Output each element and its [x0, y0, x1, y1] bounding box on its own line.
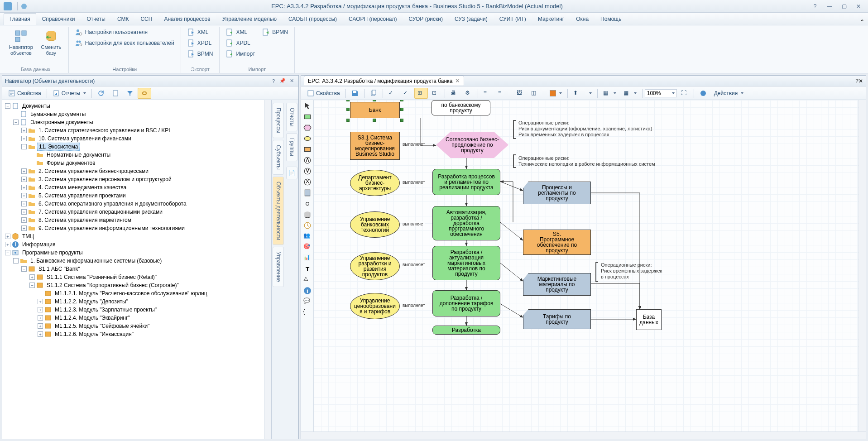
nav-up-button[interactable]: ⬆ [570, 88, 584, 99]
shape-g4[interactable]: Разработка / дополнение тарифов по проду… [432, 290, 500, 316]
shape-product[interactable]: по банковскому продукту [432, 100, 490, 115]
tab-refs[interactable]: Справочники [36, 13, 81, 25]
fit-button[interactable]: ⛶ [678, 88, 691, 99]
shape-db[interactable]: База данных [636, 309, 662, 330]
tab-marketing[interactable]: Маркетинг [532, 13, 570, 25]
canvas-vscroll[interactable] [858, 100, 866, 431]
tab-analysis[interactable]: Анализ процессов [158, 13, 216, 25]
copy-button[interactable] [367, 88, 380, 99]
properties-button[interactable]: Свойства [5, 88, 44, 99]
save-button[interactable] [348, 88, 362, 99]
db-tool-icon[interactable] [303, 211, 312, 219]
properties-button[interactable]: Свойства [304, 88, 343, 99]
shape-dep[interactable]: Департамент бизнес- архитектуры [350, 170, 400, 196]
vtab-groups[interactable]: Группы [286, 133, 297, 161]
layer2-button[interactable]: ▦ [620, 88, 640, 99]
tab-ssp[interactable]: ССП [134, 13, 158, 25]
comment-tool-icon[interactable]: 💬 [303, 297, 312, 306]
maximize-button[interactable]: ▢ [838, 2, 850, 10]
export-xml-button[interactable]: XML [185, 27, 216, 37]
vtab-control[interactable]: Управление [273, 247, 284, 287]
shape-hexagon[interactable]: Согласовано бизнес- предложение по проду… [436, 132, 508, 158]
reports-dropdown[interactable]: Отчеты [49, 88, 89, 99]
grid-button[interactable]: ⊞ [414, 88, 428, 99]
minimize-button[interactable]: — [824, 2, 835, 10]
shape-b1[interactable]: Процессы и регламенты по продукту [523, 182, 591, 204]
hexagon-tool-icon[interactable] [303, 124, 312, 132]
vtab-subjects[interactable]: Субъекты [273, 140, 284, 175]
erase-button[interactable]: ◫ [528, 88, 542, 99]
shape-g3[interactable]: Разработка / актуализация маркетинговых … [432, 246, 500, 280]
spellcheck2-button[interactable]: ✓ [400, 88, 413, 99]
align2-button[interactable]: ≡ [495, 88, 508, 99]
align-button[interactable]: ≡ [480, 88, 494, 99]
zoom-input[interactable] [645, 89, 677, 97]
print-button[interactable]: 🖶 [447, 88, 461, 99]
shape-g1[interactable]: Разработка процессов и регламентов по ре… [432, 169, 500, 195]
goal-tool-icon[interactable]: 🎯 [303, 243, 312, 251]
shape-b2[interactable]: S5. Программное обеспечение по продукту [523, 230, 591, 255]
import-xml-button[interactable]: XML [223, 27, 258, 37]
tab-suor[interactable]: СУОР (риски) [403, 13, 449, 25]
shape-g2[interactable]: Автоматизация, разработка / доработка пр… [432, 206, 500, 240]
import-generic-button[interactable]: Импорт [223, 49, 258, 59]
pane-help-icon[interactable]: ? [269, 77, 278, 85]
pane-close-icon[interactable]: ✕ [288, 77, 296, 85]
ribbon-collapse-icon[interactable]: ⌃ [860, 19, 864, 25]
import-bpmn-button[interactable]: BPMN [259, 27, 291, 37]
nav-dropdown[interactable] [585, 91, 595, 96]
tab-suit[interactable]: СУИТ (ИТ) [494, 13, 532, 25]
tab-windows[interactable]: Окна [570, 13, 595, 25]
help-icon[interactable]: ? [809, 2, 821, 10]
rect-tool-icon[interactable] [303, 113, 312, 121]
shape-urp[interactable]: Управление разработки и развития продукт… [350, 252, 400, 280]
clock-tool-icon[interactable] [303, 221, 312, 230]
shape-b3[interactable]: Маркетинговые материалы по продукту [523, 273, 591, 296]
tab-saorp[interactable]: САОРП (персонал) [343, 13, 403, 25]
shape-price[interactable]: Управление ценообразовани я и тарифов [350, 293, 400, 319]
tab-help[interactable]: Помощь [595, 13, 627, 25]
and-tool-icon[interactable]: ∧ [303, 156, 312, 164]
snap-button[interactable]: ⊡ [429, 88, 442, 99]
link-button[interactable] [138, 88, 151, 99]
import-xpdl-button[interactable]: XPDL [223, 38, 258, 48]
navigator-tree[interactable]: −Документы Бумажные документы −Электронн… [2, 100, 264, 439]
pane-pin-icon[interactable]: 📌 [278, 77, 287, 85]
link-tool-icon[interactable] [303, 200, 312, 208]
quick-access-icon[interactable] [20, 3, 28, 10]
doc-tool-icon[interactable] [303, 189, 312, 197]
new-button[interactable] [109, 88, 122, 99]
vtab-icon[interactable]: 📄 [286, 167, 297, 179]
tab-model[interactable]: Управление моделью [216, 13, 283, 25]
tab-smk[interactable]: СМК [111, 13, 135, 25]
info-tool-icon[interactable]: i [303, 287, 312, 295]
tab-suz[interactable]: СУЗ (задачи) [449, 13, 494, 25]
vtab-reports[interactable]: Отчеты [286, 103, 297, 131]
actions-dropdown[interactable]: Действия [711, 88, 747, 98]
tree-scrollbar[interactable] [264, 100, 271, 439]
pane-help-icon[interactable]: ? [855, 78, 858, 84]
navigator-objects-button[interactable]: Навигатор объектов [6, 27, 36, 58]
refresh-button[interactable] [94, 88, 108, 99]
settings-button[interactable]: ⚙ [462, 88, 475, 99]
diagram-canvas[interactable]: Банк по банковскому продукту S3.1 Систем… [314, 100, 858, 431]
xor-tool-icon[interactable]: X [303, 178, 312, 186]
shape-bank[interactable]: Банк [350, 102, 400, 118]
text-tool-icon[interactable]: T [303, 265, 312, 273]
group-tool-icon[interactable]: 👥 [303, 232, 312, 240]
tab-saobp[interactable]: САОБП (процессы) [283, 13, 343, 25]
shape-s31[interactable]: S3.1 Система бизнес- моделирования Busin… [350, 132, 400, 160]
close-button[interactable]: ✕ [853, 2, 864, 10]
tab-reports[interactable]: Отчеты [81, 13, 111, 25]
orange-tool-icon[interactable] [303, 145, 312, 153]
all-settings-button[interactable]: Настройки для всех пользователей [72, 38, 177, 48]
export-bpmn-button[interactable]: BPMN [185, 49, 216, 59]
shape-g5[interactable]: Разработка [432, 326, 500, 335]
canvas-hscroll[interactable] [301, 431, 866, 439]
vtab-objects[interactable]: Объекты деятельности [273, 177, 284, 245]
tab-main[interactable]: Главная [4, 13, 36, 25]
layer-button[interactable]: ▦ [600, 88, 619, 99]
filter-button[interactable] [123, 88, 137, 99]
export-xpdl-button[interactable]: XPDL [185, 38, 216, 48]
bracket-tool-icon[interactable]: { [303, 308, 312, 316]
